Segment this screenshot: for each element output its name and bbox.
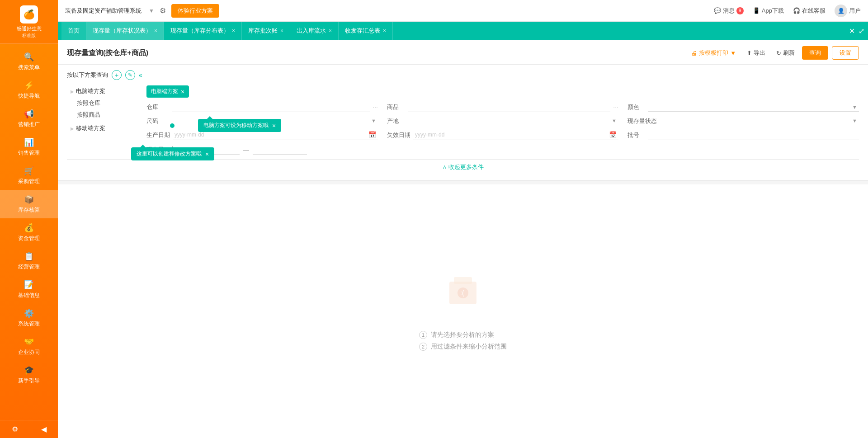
tab-receive-summary[interactable]: 收发存汇总表 × (339, 22, 393, 40)
filter-row-1: 仓库 ··· 商品 ··· 颜色 (146, 102, 859, 112)
inventory-main-max[interactable] (253, 145, 307, 155)
tabbar: 首页 现存量（库存状况表） × 现存量（库存分布表） × 库存批次账 × 出入库… (58, 22, 868, 40)
goods-dots[interactable]: ··· (613, 104, 618, 111)
expire-date-placeholder: yyyy-mm-dd (415, 132, 444, 138)
topbar-right: 💬 消息 9 📱 App下载 🎧 在线客服 👤 用户 (714, 5, 861, 17)
tab-batch-account-close[interactable]: × (280, 28, 283, 34)
tab-inventory-dist-close[interactable]: × (232, 28, 235, 34)
guide-icon: 🎓 (24, 365, 34, 375)
tab-inventory-dist-label: 现存量（库存分布表） (170, 27, 229, 35)
app-download-button[interactable]: 📱 App下载 (753, 7, 784, 15)
edit-scheme-button[interactable]: ✎ (125, 70, 135, 80)
origin-select[interactable]: ▼ (408, 117, 618, 125)
refresh-button[interactable]: ↻ 刷新 (773, 47, 798, 59)
dropdown-arrow-icon: ▼ (730, 50, 736, 57)
message-label: 消息 (723, 7, 735, 15)
color-field: 颜色 ▼ (627, 102, 859, 112)
warehouse-input[interactable] (172, 102, 370, 112)
inventory-status-field: 现存量状态 ▼ (627, 117, 859, 125)
sidebar-label-purchase: 采购管理 (18, 178, 40, 185)
tabbar-actions: ✕ ⤢ (849, 27, 864, 35)
size-dropdown-icon: ▼ (371, 118, 376, 123)
add-scheme-button[interactable]: + (112, 70, 122, 80)
sidebar-item-enterprise[interactable]: 🤝 企业协同 (0, 332, 58, 361)
tabbar-expand-icon[interactable]: ⤢ (859, 27, 864, 35)
batch-input[interactable] (648, 130, 859, 140)
inventory-status-label: 现存量状态 (627, 117, 659, 125)
sidebar-label-inventory: 库存核算 (18, 206, 40, 214)
step-2-num: 2 (419, 343, 427, 351)
settings-button[interactable]: 设置 (832, 46, 859, 60)
sidebar-item-inventory[interactable]: 📦 库存核算 (0, 190, 58, 218)
tabbar-close-icon[interactable]: ✕ (849, 27, 855, 35)
tab-batch-account-label: 库存批次账 (248, 27, 278, 35)
empty-state: :( 1 请先选择要分析的方案 2 用过滤条件来缩小分析范围 (58, 184, 868, 438)
tab-inventory-status-close[interactable]: × (154, 28, 157, 34)
template-print-button[interactable]: 🖨 按模板打印 ▼ (688, 47, 740, 59)
sidebar-item-operations[interactable]: 📋 经营管理 (0, 247, 58, 275)
step-1-text: 请先选择要分析的方案 (431, 331, 494, 339)
online-support-button[interactable]: 🎧 在线客服 (793, 7, 826, 15)
tab-inout-flow[interactable]: 出入库流水 × (290, 22, 339, 40)
sidebar-item-purchase[interactable]: 🛒 采购管理 (0, 161, 58, 190)
batch-label: 批号 (627, 131, 646, 139)
operations-icon: 📋 (24, 251, 34, 261)
active-scheme-tag[interactable]: 电脑端方案 × (146, 85, 189, 98)
topbar-settings-icon[interactable]: ⚙ (160, 6, 166, 15)
produce-date-placeholder: yyyy-mm-dd (175, 132, 204, 138)
page-title: 现存量查询(按仓库+商品) (67, 48, 148, 58)
tab-home-label: 首页 (68, 27, 80, 35)
empty-step-1: 1 请先选择要分析的方案 (419, 331, 507, 339)
sidebar-item-search[interactable]: 🔍 搜索菜单 (0, 47, 58, 76)
scheme-item-2[interactable]: 按照商品 (67, 109, 135, 121)
tab-inout-flow-close[interactable]: × (329, 28, 332, 34)
mobile-scheme-section[interactable]: ▶ 移动端方案 (67, 122, 135, 134)
scheme-arrow-icon[interactable]: « (139, 71, 142, 79)
sidebar-item-basic[interactable]: 📝 基础信息 (0, 275, 58, 304)
query-button[interactable]: 查询 (802, 46, 828, 60)
edit-tooltip-close[interactable]: × (205, 151, 209, 158)
export-button[interactable]: ⬆ 导出 (743, 47, 769, 59)
inventory-status-select[interactable]: ▼ (662, 117, 859, 125)
goods-input[interactable] (408, 102, 610, 112)
message-button[interactable]: 💬 消息 9 (714, 7, 744, 15)
collapse-sidebar-icon[interactable]: ◀ (41, 425, 47, 433)
sidebar-item-guide[interactable]: 🎓 新手引导 (0, 361, 58, 389)
trial-button[interactable]: 体验行业方案 (171, 4, 219, 18)
sidebar-item-system[interactable]: ⚙️ 系统管理 (0, 304, 58, 332)
tab-receive-summary-close[interactable]: × (383, 28, 386, 34)
sidebar-item-quicknav[interactable]: ⚡ 快捷导航 (0, 76, 58, 104)
quicknav-icon: ⚡ (24, 80, 34, 90)
user-menu[interactable]: 👤 用户 (835, 5, 861, 17)
sidebar-item-finance[interactable]: 💰 资金管理 (0, 218, 58, 247)
collapse-bar[interactable]: ∧ 收起更多条件 (67, 159, 859, 175)
color-select[interactable]: ▼ (648, 103, 859, 112)
tab-batch-account[interactable]: 库存批次账 × (242, 22, 290, 40)
inventory-status-dropdown-icon: ▼ (852, 118, 857, 123)
user-label: 用户 (849, 7, 861, 15)
tab-home[interactable]: 首页 (61, 22, 86, 40)
sidebar-item-sales[interactable]: 📊 销售管理 (0, 133, 58, 161)
active-scheme-tag-close[interactable]: × (181, 88, 184, 95)
step-2-text: 用过滤条件来缩小分析范围 (431, 343, 507, 351)
sidebar-item-marketing[interactable]: 📢 营销推广 (0, 104, 58, 133)
scheme-item-1[interactable]: 按照仓库 (67, 97, 135, 109)
tab-inventory-dist[interactable]: 现存量（库存分布表） × (164, 22, 242, 40)
sidebar-label-basic: 基础信息 (18, 292, 40, 299)
tab-inventory-status[interactable]: 现存量（库存状况表） × (86, 22, 164, 40)
warehouse-dots[interactable]: ··· (373, 104, 378, 111)
main-content: 装备及固定资产辅助管理系统 ▼ ⚙ 体验行业方案 💬 消息 9 📱 App下载 … (58, 0, 868, 438)
tab-inout-flow-label: 出入库流水 (297, 27, 326, 35)
scheme-tooltip: 电脑方案可设为移动方案哦 × (198, 119, 281, 132)
filter-panel: 电脑方案可设为移动方案哦 × 这里可以创建和修改方案哦 × 按以下方案查询 + … (58, 65, 868, 181)
size-label: 尺码 (146, 117, 169, 125)
desktop-scheme-section[interactable]: ▶ 电脑端方案 (67, 85, 135, 97)
warehouse-field: 仓库 ··· (146, 102, 378, 112)
system-dropdown-icon[interactable]: ▼ (149, 8, 154, 14)
origin-dropdown-icon: ▼ (612, 118, 617, 123)
scheme-tooltip-close[interactable]: × (272, 122, 276, 129)
expire-date-input-wrapper[interactable]: yyyy-mm-dd 📅 (413, 130, 618, 140)
filter-label-row: 按以下方案查询 + ✎ « (67, 70, 859, 80)
printer-icon: 🖨 (691, 50, 697, 57)
settings-bottom-icon[interactable]: ⚙ (12, 425, 18, 433)
